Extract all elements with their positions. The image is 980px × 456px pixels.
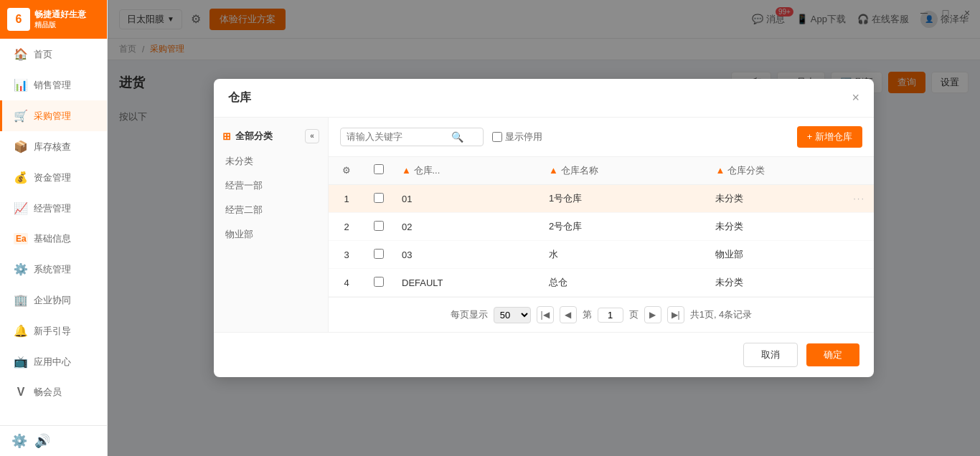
select-all-checkbox[interactable] [374, 164, 384, 174]
enterprise-icon: 🏢 [14, 293, 28, 307]
row-checkbox[interactable] [364, 213, 393, 241]
member-icon: V [14, 386, 28, 399]
warehouse-modal: 仓库 × ⊞ 全部分类 « 未分类 经营一部 经营二部 物业部 [214, 79, 874, 378]
modal-title: 仓库 [228, 90, 251, 105]
col-code: ▲ 仓库... [393, 157, 540, 185]
col-num: ⚙ [329, 157, 364, 185]
table-row[interactable]: 3 03 水 物业部 [329, 241, 874, 269]
show-disabled-checkbox[interactable] [492, 132, 502, 142]
logo-text: 畅捷通好生意 精品版 [34, 9, 86, 31]
main-area: 日太阳膜 ▼ ⚙ 体验行业方案 💬 消息 99+ 📱 App下载 🎧 在线客服 … [108, 0, 980, 456]
row-code: 02 [393, 213, 540, 241]
modal-sidebar: ⊞ 全部分类 « 未分类 经营一部 经营二部 物业部 [214, 118, 329, 333]
basic-icon: Ea [14, 233, 28, 244]
row-actions-icon[interactable]: ··· [853, 193, 865, 204]
modal-sidebar-item-dept2[interactable]: 经营二部 [214, 198, 328, 222]
row-checkbox[interactable] [364, 269, 393, 297]
system-icon: ⚙️ [14, 262, 28, 276]
row-category: 未分类 [707, 213, 874, 241]
modal-sidebar-item-dept1[interactable]: 经营一部 [214, 174, 328, 198]
next-page-button[interactable]: ▶ [644, 306, 661, 323]
modal-content-area: 🔍 显示停用 + 新增仓库 ⚙ [329, 118, 874, 333]
last-page-button[interactable]: ▶| [667, 306, 684, 323]
table-row[interactable]: 4 DEFAULT 总仓 未分类 [329, 269, 874, 297]
table-row[interactable]: 1 01 1号仓库 未分类 ··· [329, 184, 874, 213]
modal-header: 仓库 × [214, 79, 874, 118]
search-icon: 🔍 [451, 131, 463, 143]
col-name: ▲ 仓库名称 [540, 157, 707, 185]
modal-table: ⚙ ▲ 仓库... ▲ 仓库名称 [329, 157, 874, 298]
show-disabled-label[interactable]: 显示停用 [492, 130, 542, 143]
modal-sidebar-item-uncategorized[interactable]: 未分类 [214, 149, 328, 174]
modal-body: ⊞ 全部分类 « 未分类 经营一部 经营二部 物业部 🔍 [214, 118, 874, 333]
search-input[interactable] [347, 131, 447, 142]
prev-page-button[interactable]: ◀ [560, 306, 577, 323]
add-warehouse-button[interactable]: + 新增仓库 [797, 126, 862, 148]
page-number-input[interactable] [598, 308, 623, 323]
app-logo: 6 畅捷通好生意 精品版 [0, 0, 107, 39]
first-page-button[interactable]: |◀ [537, 306, 554, 323]
row-num: 2 [329, 213, 364, 241]
row-code: 01 [393, 184, 540, 213]
modal-sidebar-header: ⊞ 全部分类 « [214, 123, 328, 149]
sidebar: 6 畅捷通好生意 精品版 🏠 首页 📊 销售管理 🛒 采购管理 📦 库存核查 💰… [0, 0, 108, 456]
sidebar-item-capital[interactable]: 💰 资金管理 [0, 162, 107, 193]
sidebar-item-home[interactable]: 🏠 首页 [0, 39, 107, 70]
row-category: 未分类 ··· [707, 185, 874, 213]
row-name: 总仓 [540, 269, 707, 297]
sidebar-nav: 🏠 首页 📊 销售管理 🛒 采购管理 📦 库存核查 💰 资金管理 📈 经营管理 … [0, 39, 107, 425]
per-page-select[interactable]: 50 20 100 [494, 307, 531, 323]
settings-gear-icon[interactable]: ⚙️ [11, 433, 27, 449]
row-checkbox[interactable] [364, 184, 393, 213]
sidebar-item-member[interactable]: V 畅会员 [0, 377, 107, 407]
modal-close-button[interactable]: × [852, 90, 859, 105]
grid-icon: ⊞ [222, 130, 231, 142]
row-code: 03 [393, 241, 540, 269]
guide-icon: 🔔 [14, 324, 28, 338]
sidebar-item-appcenter[interactable]: 📺 应用中心 [0, 346, 107, 377]
logo-icon: 6 [7, 8, 30, 31]
sidebar-item-basic[interactable]: Ea 基础信息 [0, 224, 107, 254]
sidebar-item-inventory[interactable]: 📦 库存核查 [0, 131, 107, 162]
confirm-button[interactable]: 确定 [806, 343, 859, 366]
table-row[interactable]: 2 02 2号仓库 未分类 [329, 213, 874, 241]
sidebar-item-operations[interactable]: 📈 经营管理 [0, 193, 107, 224]
inventory-icon: 📦 [14, 140, 28, 153]
row-name: 2号仓库 [540, 213, 707, 241]
sales-icon: 📊 [14, 78, 28, 92]
row-name: 1号仓库 [540, 184, 707, 213]
row-checkbox[interactable] [364, 241, 393, 269]
modal-footer: 取消 确定 [214, 332, 874, 377]
row-num: 3 [329, 241, 364, 269]
operations-icon: 📈 [14, 201, 28, 215]
row-category: 未分类 [707, 269, 874, 297]
col-category: ▲ 仓库分类 [707, 157, 874, 185]
sidebar-item-guide[interactable]: 🔔 新手引导 [0, 315, 107, 346]
appcenter-icon: 📺 [14, 355, 28, 369]
pagination: 每页显示 50 20 100 |◀ ◀ 第 页 ▶ ▶| 共1页, 4 [329, 297, 874, 332]
search-input-wrap[interactable]: 🔍 [340, 128, 484, 146]
cancel-button[interactable]: 取消 [743, 343, 798, 367]
row-code: DEFAULT [393, 269, 540, 297]
collapse-button[interactable]: « [305, 129, 319, 143]
modal-search-bar: 🔍 显示停用 + 新增仓库 [329, 118, 874, 157]
sidebar-item-sales[interactable]: 📊 销售管理 [0, 70, 107, 100]
modal-overlay: 仓库 × ⊞ 全部分类 « 未分类 经营一部 经营二部 物业部 [108, 0, 980, 456]
purchase-icon: 🛒 [14, 109, 28, 123]
col-checkbox [364, 157, 393, 185]
sound-icon[interactable]: 🔊 [34, 433, 50, 449]
sidebar-item-purchase[interactable]: 🛒 采购管理 [0, 100, 107, 131]
sidebar-item-system[interactable]: ⚙️ 系统管理 [0, 254, 107, 285]
row-category: 物业部 [707, 241, 874, 269]
sidebar-item-enterprise[interactable]: 🏢 企业协同 [0, 285, 107, 315]
sidebar-bottom: ⚙️ 🔊 [0, 425, 107, 456]
home-icon: 🏠 [14, 47, 28, 61]
modal-sidebar-item-property[interactable]: 物业部 [214, 222, 328, 247]
row-name: 水 [540, 241, 707, 269]
capital-icon: 💰 [14, 171, 28, 184]
row-num: 1 [329, 184, 364, 213]
row-num: 4 [329, 269, 364, 297]
